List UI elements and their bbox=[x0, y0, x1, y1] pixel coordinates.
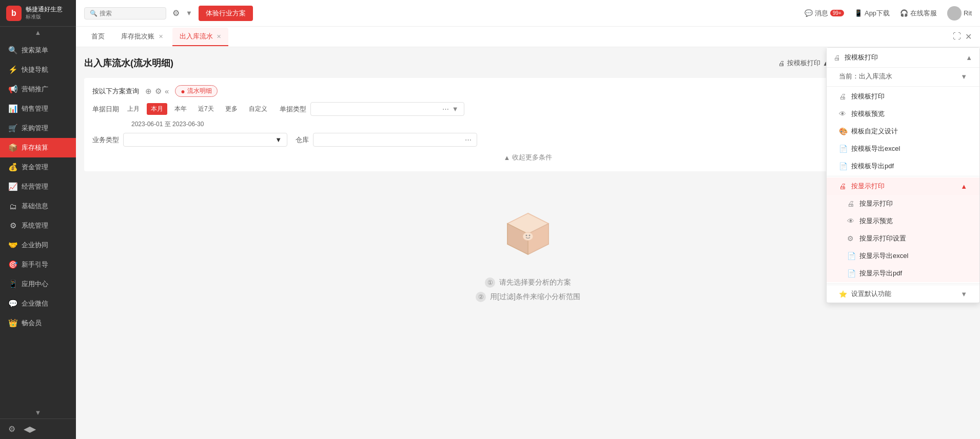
trial-button[interactable]: 体验行业方案 bbox=[199, 6, 253, 21]
warehouse-field: 仓库 ⋯ bbox=[296, 133, 477, 147]
sidebar-item-operation[interactable]: 📈 经营管理 bbox=[0, 177, 76, 196]
last7-btn[interactable]: 近7天 bbox=[194, 103, 218, 115]
tab-home[interactable]: 首页 bbox=[84, 28, 112, 46]
message-item[interactable]: 💬 消息 99+ bbox=[805, 9, 844, 18]
tab-inout-close[interactable]: ✕ bbox=[217, 33, 221, 39]
sidebar-item-label: 资金管理 bbox=[22, 163, 48, 172]
topbar-right: 💬 消息 99+ 📱 App下载 🎧 在线客服 Rit bbox=[805, 6, 972, 21]
topbar-dropdown-icon[interactable]: ▼ bbox=[186, 9, 192, 17]
display-print-icon: 🖨 bbox=[847, 199, 855, 208]
sidebar-item-wechat[interactable]: 💬 企业微信 bbox=[0, 294, 76, 313]
dropdown-current-chevron: ▼ bbox=[961, 73, 967, 81]
sidebar-item-label: 新手引导 bbox=[22, 260, 48, 269]
settings-gear-icon[interactable]: ⚙ bbox=[172, 8, 180, 18]
dropdown-display-print[interactable]: 🖨 按显示打印 bbox=[827, 195, 979, 212]
tab-inout[interactable]: 出入库流水 ✕ bbox=[172, 28, 229, 46]
dropdown-close-chevron[interactable]: ▲ bbox=[966, 54, 972, 62]
sidebar-item-apps[interactable]: 📱 应用中心 bbox=[0, 274, 76, 294]
prev-month-btn[interactable]: 上月 bbox=[123, 103, 144, 115]
dropdown-header: 🖨 按模板打印 ▲ bbox=[827, 48, 979, 68]
sidebar-item-marketing[interactable]: 📢 营销推广 bbox=[0, 79, 76, 99]
filter-settings-icon[interactable]: ⚙ bbox=[155, 87, 162, 96]
current-month-btn[interactable]: 本月 bbox=[147, 103, 167, 115]
current-year-btn[interactable]: 本年 bbox=[170, 103, 191, 115]
dropdown-item-template-preview[interactable]: 👁 按模板预览 bbox=[827, 105, 979, 123]
divider-display bbox=[827, 176, 979, 176]
empty-illustration bbox=[502, 208, 554, 269]
sidebar-item-search[interactable]: 🔍 搜索菜单 bbox=[0, 41, 76, 60]
template-excel-icon: 📄 bbox=[839, 145, 847, 153]
search-input[interactable] bbox=[100, 10, 161, 17]
filter-active-tag[interactable]: ● 流水明细 bbox=[175, 85, 217, 97]
dropdown-display-excel[interactable]: 📄 按显示导出excel bbox=[827, 247, 979, 265]
dropdown-item-template-print[interactable]: 🖨 按模板打印 bbox=[827, 88, 979, 105]
search-icon: 🔍 bbox=[90, 10, 97, 17]
set-default-label: 设置默认功能 bbox=[851, 289, 891, 298]
app-download-item[interactable]: 📱 App下载 bbox=[854, 9, 890, 18]
operation-icon: 📈 bbox=[8, 182, 17, 191]
dropdown-display-preview[interactable]: 👁 按显示预览 bbox=[827, 212, 979, 230]
marketing-icon: 📢 bbox=[8, 85, 17, 94]
dropdown-item-template-pdf[interactable]: 📄 按模板导出pdf bbox=[827, 157, 979, 175]
sidebar-scroll-down[interactable]: ▼ bbox=[0, 407, 76, 418]
settings-icon[interactable]: ⚙ bbox=[8, 424, 15, 434]
divider-default bbox=[827, 283, 979, 284]
doc-type-select[interactable]: ⋯ ▼ bbox=[310, 102, 464, 116]
dropdown-display-pdf[interactable]: 📄 按显示导出pdf bbox=[827, 265, 979, 282]
dropdown-scroll: 当前：出入库流水 ▼ 🖨 按模板打印 👁 按模板预览 🎨 模板自定义设计 bbox=[827, 68, 979, 303]
dropdown-set-default[interactable]: ⭐ 设置默认功能 ▼ bbox=[827, 285, 979, 303]
dropdown-item-template-excel[interactable]: 📄 按模板导出excel bbox=[827, 140, 979, 157]
filter-collapse-icon[interactable]: « bbox=[165, 87, 169, 95]
collab-icon: 🤝 bbox=[8, 241, 17, 250]
tabs-bar: 首页 库存批次账 ✕ 出入库流水 ✕ ⛶ ✕ bbox=[76, 27, 980, 47]
topbar: 🔍 ⚙ ▼ 体验行业方案 💬 消息 99+ 📱 App下载 🎧 在线客服 Rit bbox=[76, 0, 980, 27]
print-dropdown-panel: 🖨 按模板打印 ▲ 当前：出入库流水 ▼ 🖨 按模板打印 👁 bbox=[826, 47, 980, 303]
biz-type-select[interactable]: ▼ bbox=[123, 133, 287, 147]
sidebar-logo: b 畅捷通好生意 标准版 bbox=[0, 0, 76, 27]
sidebar-item-system[interactable]: ⚙ 系统管理 bbox=[0, 216, 76, 235]
sidebar-item-member[interactable]: 👑 畅会员 bbox=[0, 313, 76, 333]
add-filter-icon[interactable]: ⊕ bbox=[145, 87, 152, 96]
finance-icon: 💰 bbox=[8, 163, 17, 172]
display-excel-label: 按显示导出excel bbox=[859, 251, 908, 261]
tab-maximize-icon[interactable]: ⛶ bbox=[953, 32, 961, 42]
display-pdf-label: 按显示导出pdf bbox=[859, 269, 902, 278]
more-btn[interactable]: 更多 bbox=[221, 103, 242, 115]
sidebar-item-finance[interactable]: 💰 资金管理 bbox=[0, 157, 76, 177]
display-settings-icon: ⚙ bbox=[847, 234, 855, 243]
online-service-item[interactable]: 🎧 在线客服 bbox=[900, 9, 937, 18]
basic-icon: 🗂 bbox=[8, 202, 17, 211]
tab-batch-close[interactable]: ✕ bbox=[159, 33, 163, 39]
tab-batch-label: 库存批次账 bbox=[121, 32, 154, 40]
print-template-button[interactable]: 🖨 按模板打印 ▲ bbox=[778, 58, 829, 68]
display-settings-label: 按显示打印设置 bbox=[859, 234, 906, 243]
template-print-icon: 🖨 bbox=[839, 92, 847, 101]
page-title: 出入库流水(流水明细) bbox=[84, 57, 173, 69]
dropdown-display-settings[interactable]: ⚙ 按显示打印设置 bbox=[827, 230, 979, 247]
sidebar-item-quicknav[interactable]: ⚡ 快捷导航 bbox=[0, 60, 76, 79]
tab-close-all-icon[interactable]: ✕ bbox=[965, 32, 972, 42]
sidebar-item-basic[interactable]: 🗂 基础信息 bbox=[0, 196, 76, 216]
custom-btn[interactable]: 自定义 bbox=[245, 103, 271, 115]
sidebar-scroll-up[interactable]: ▲ bbox=[0, 27, 76, 38]
display-preview-icon: 👁 bbox=[847, 217, 855, 225]
sidebar-item-label: 库存核算 bbox=[22, 143, 48, 152]
svg-point-4 bbox=[523, 232, 533, 241]
sidebar-item-inventory[interactable]: 📦 库存核算 bbox=[0, 138, 76, 157]
warehouse-select[interactable]: ⋯ bbox=[313, 133, 477, 147]
search-icon: 🔍 bbox=[8, 46, 17, 55]
doc-type-placeholder bbox=[316, 105, 318, 113]
display-preview-label: 按显示预览 bbox=[859, 216, 893, 226]
tab-batch[interactable]: 库存批次账 ✕ bbox=[114, 28, 170, 46]
user-item[interactable]: Rit bbox=[947, 6, 972, 21]
sidebar-item-sales[interactable]: 📊 销售管理 bbox=[0, 99, 76, 118]
search-box[interactable]: 🔍 bbox=[84, 7, 166, 19]
collapse-icon[interactable]: ◀▶ bbox=[24, 424, 36, 434]
dropdown-item-template-custom[interactable]: 🎨 模板自定义设计 bbox=[827, 123, 979, 140]
filter-tag-label: 流水明细 bbox=[187, 87, 212, 95]
sidebar-item-purchase[interactable]: 🛒 采购管理 bbox=[0, 118, 76, 138]
sidebar-item-newbie[interactable]: 🎯 新手引导 bbox=[0, 255, 76, 274]
dropdown-display-print-section[interactable]: 🖨 按显示打印 ▲ bbox=[827, 177, 979, 195]
sidebar-item-collab[interactable]: 🤝 企业协同 bbox=[0, 235, 76, 255]
user-avatar bbox=[947, 6, 962, 21]
